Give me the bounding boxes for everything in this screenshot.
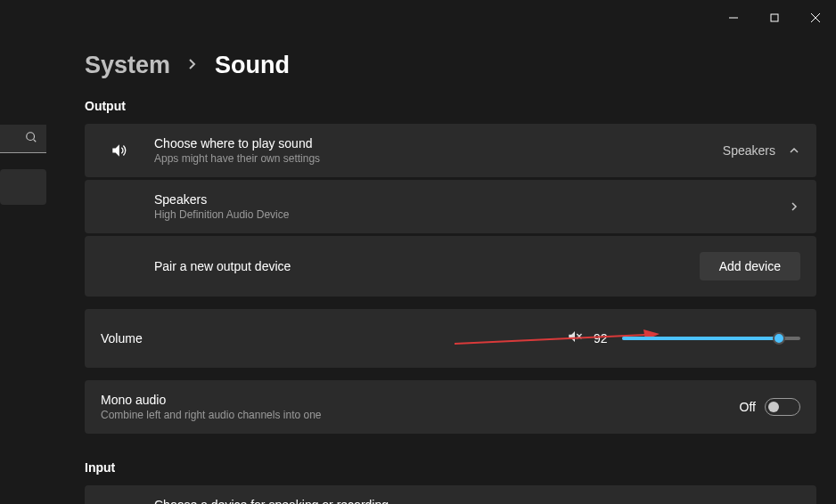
card-subtitle: Apps might have their own settings xyxy=(154,152,723,165)
nav-item[interactable] xyxy=(0,169,46,205)
volume-slider[interactable] xyxy=(622,337,800,340)
search-icon xyxy=(25,131,37,147)
volume-value: 92 xyxy=(594,331,611,345)
add-device-button[interactable]: Add device xyxy=(700,252,800,280)
svg-marker-9 xyxy=(569,331,575,342)
close-button[interactable] xyxy=(795,4,836,32)
card-title: Pair a new output device xyxy=(154,259,700,273)
card-title: Mono audio xyxy=(101,393,740,407)
chevron-right-icon xyxy=(788,201,800,212)
toggle-state-label: Off xyxy=(740,400,756,414)
volume-label: Volume xyxy=(101,331,567,345)
chevron-right-icon xyxy=(188,56,197,75)
svg-rect-1 xyxy=(771,14,778,21)
svg-point-4 xyxy=(27,132,35,140)
window-controls xyxy=(713,4,836,32)
page-title: Sound xyxy=(215,52,290,79)
breadcrumb-parent[interactable]: System xyxy=(85,52,170,79)
card-title: Choose where to play sound xyxy=(154,136,723,150)
mono-toggle[interactable] xyxy=(765,398,800,416)
card-title: Choose a device for speaking or recordin… xyxy=(154,498,710,504)
search-input[interactable] xyxy=(0,125,46,153)
input-section-header: Input xyxy=(85,460,816,475)
maximize-button[interactable] xyxy=(754,4,795,32)
output-destination-card[interactable]: Choose where to play sound Apps might ha… xyxy=(85,124,816,177)
card-title: Speakers xyxy=(154,192,788,207)
svg-line-5 xyxy=(34,139,37,142)
input-device-card[interactable]: Choose a device for speaking or recordin… xyxy=(85,485,816,504)
content: System Sound Output Choose where to play… xyxy=(85,36,816,504)
left-panel xyxy=(0,125,46,205)
card-subtitle: High Definition Audio Device xyxy=(154,208,788,221)
svg-marker-6 xyxy=(112,144,119,156)
output-section-header: Output xyxy=(85,99,816,113)
titlebar xyxy=(0,0,836,36)
speaker-icon xyxy=(101,142,136,159)
selected-output: Speakers xyxy=(723,143,775,158)
pair-device-card: Pair a new output device Add device xyxy=(85,236,816,297)
chevron-up-icon xyxy=(788,145,800,156)
volume-card: Volume 92 xyxy=(85,309,816,368)
breadcrumb: System Sound xyxy=(85,52,816,79)
mute-icon[interactable] xyxy=(567,329,583,348)
mono-audio-card: Mono audio Combine left and right audio … xyxy=(85,380,816,434)
card-subtitle: Combine left and right audio channels in… xyxy=(101,409,740,421)
speakers-device-card[interactable]: Speakers High Definition Audio Device xyxy=(85,180,816,233)
minimize-button[interactable] xyxy=(713,4,754,32)
